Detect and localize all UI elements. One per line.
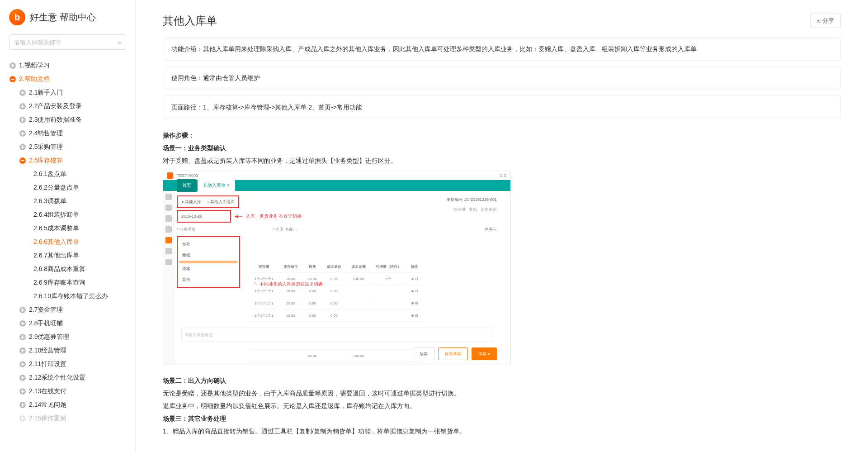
ss-tab-current: 其他入库单 ×	[198, 179, 235, 192]
nav-item-2-9[interactable]: 2.9优惠券管理	[9, 330, 126, 344]
nav-item-2-6-3[interactable]: 2.6.3调拨单	[9, 195, 126, 208]
nav-item-2-11[interactable]: 2.11打印设置	[9, 357, 126, 371]
nav-label: 1.视频学习	[19, 62, 50, 70]
ss-account: TEST-H002	[177, 171, 198, 180]
ss-body: ● 其他入库 ○ 其他入库退库 2019-12-26 ◀━━ 入库、退货业务 在…	[163, 191, 510, 365]
scene2-title: 场景二：出入方向确认	[163, 377, 226, 384]
ss-dd-item: 受赠	[179, 250, 237, 261]
nav-item-2-6-6[interactable]: 2.6.6其他入库单	[9, 235, 126, 249]
table-row: 现存量 库存单位 数量 成本单价 成本金额 可用量（结存） 操作	[250, 262, 423, 273]
ss-arrow-icon: ◀━━	[235, 212, 242, 220]
main-content: 其他入库单 ⎋分享 功能介绍：其他入库单用来处理除采购入库、产成品入库之外的其他…	[136, 0, 868, 452]
ss-warehouse-label: 仓库	[275, 227, 283, 232]
scene2-text1: 无论是受赠，还是其他类型的业务，由于入库商品质量等原因，需要退回，这时可通过单据…	[163, 387, 841, 400]
ss-rail-icon	[165, 259, 172, 265]
nav-item-2-13[interactable]: 2.13在线支付	[9, 385, 126, 398]
ss-bizperson-label: 经手人	[485, 227, 497, 232]
nav-label: 2.6.7其他出库单	[33, 252, 79, 260]
nav-item-2-4[interactable]: 2.4销售管理	[9, 127, 126, 140]
ss-rail-icon	[165, 205, 172, 211]
sidebar: b 好生意 帮助中心 ⌕ 1.视频学习 2.帮助文档 2.1新手入门 2.2产品…	[0, 0, 136, 452]
nav-label: 2.6库存核算	[29, 157, 63, 165]
nav-item-2-1[interactable]: 2.1新手入门	[9, 86, 126, 100]
nav-label: 2.6.9库存账本查询	[33, 279, 85, 287]
ss-rail-icon	[165, 215, 172, 222]
share-icon: ⎋	[817, 18, 821, 24]
nav-label: 2.6.1盘点单	[33, 170, 66, 178]
search-input[interactable]	[9, 34, 126, 50]
ss-tab-home: 首页	[177, 179, 197, 192]
ss-dd-item: 其他	[179, 274, 237, 285]
search-icon[interactable]: ⌕	[118, 38, 122, 45]
nav-label: 2.6.4组装拆卸单	[33, 211, 79, 219]
nav-item-2-6-2[interactable]: 2.6.2分量盘点单	[9, 181, 126, 195]
scene2-text2: 退库业务中，明细数量均以负值红色展示。无论是入库还是退库，库存账均记在入库方向。	[163, 400, 841, 412]
nav-label: 2.6.6其他入库单	[33, 238, 79, 246]
ss-tool-3: 历史单据	[481, 207, 497, 212]
nav-item-video[interactable]: 1.视频学习	[9, 59, 126, 72]
nav-item-2-7[interactable]: 2.7资金管理	[9, 303, 126, 317]
nav-item-docs[interactable]: 2.帮助文档	[9, 72, 126, 86]
nav-item-2-6-1[interactable]: 2.6.1盘点单	[9, 167, 126, 181]
path-text: 1、库存核算->库存管理->其他入库单 2、首页->常用功能	[203, 104, 362, 111]
nav-item-2-6-8[interactable]: 2.6.8商品成本重算	[9, 262, 126, 276]
ss-docno-label: 单据编号	[447, 197, 463, 202]
search-wrap: ⌕	[9, 34, 126, 50]
content-body: 操作步骤： 场景一：业务类型确认 对于受赠、盘盈或是拆装入库等不同的业务，是通过…	[163, 124, 841, 442]
nav-label: 2.帮助文档	[19, 75, 50, 83]
nav-item-2-6-7[interactable]: 2.6.7其他出库单	[9, 249, 126, 262]
ss-rail-icon	[165, 226, 172, 233]
nav-item-2-10[interactable]: 2.10经营管理	[9, 344, 126, 357]
ss-date: 2019-12-26	[177, 210, 231, 223]
nav-label: 2.9优惠券管理	[29, 333, 69, 341]
nav-label: 2.6.10库存账本错了怎么办	[33, 292, 108, 300]
ss-biztype-label: 业务类型	[179, 227, 196, 232]
ss-radio-group: ● 其他入库 ○ 其他入库退库	[177, 195, 239, 208]
nav-item-2-6-9[interactable]: 2.6.9库存账本查询	[9, 276, 126, 290]
ss-header: TEST-H002 C C	[163, 171, 510, 180]
ss-dd-item: 成本	[179, 263, 237, 274]
nav-label: 2.6.2分量盘点单	[33, 184, 79, 192]
nav-item-2-6-5[interactable]: 2.6.5成本调整单	[9, 222, 126, 235]
ss-tool-2: 复制	[469, 207, 477, 212]
ss-user: C C	[500, 171, 507, 180]
scene3-text: 1、赠品入库的商品直接转为销售。通过工具栏【复制/复制为销货单】功能，将单据信息…	[163, 425, 841, 438]
nav-item-2-5[interactable]: 2.5采购管理	[9, 140, 126, 154]
nav-item-2-15[interactable]: 2.15操作案例	[9, 412, 126, 425]
ss-tool-1: 快捷键	[453, 207, 466, 212]
nav-item-2-6-4[interactable]: 2.6.4组装拆卸单	[9, 208, 126, 222]
intro-label: 功能介绍：	[171, 45, 203, 52]
table-total-row: 40.00100.00	[250, 351, 423, 362]
th: 现存量	[250, 262, 278, 273]
role-label: 使用角色：	[171, 74, 203, 81]
nav-label: 2.5采购管理	[29, 143, 63, 151]
nav-label: 2.11打印设置	[29, 360, 66, 368]
ss-docno: JC-20191226-001	[464, 197, 497, 202]
nav-item-2-6[interactable]: 2.6库存核算	[9, 154, 126, 167]
nav-item-2-6-10[interactable]: 2.6.10库存账本错了怎么办	[9, 290, 126, 303]
th: 数量	[303, 262, 321, 273]
page-title: 其他入库单	[163, 14, 217, 28]
ss-anno1: 入库、退货业务 在这里切换	[246, 212, 302, 221]
nav-item-2-14[interactable]: 2.14常见问题	[9, 398, 126, 412]
nav-item-2-2[interactable]: 2.2产品安装及登录	[9, 100, 126, 113]
role-text: 通常由仓管人员维护	[203, 74, 260, 81]
path-box: 页面路径：1、库存核算->库存管理->其他入库单 2、首页->常用功能	[163, 95, 841, 119]
ss-radio-return: ○ 其他入库退库	[207, 198, 235, 206]
ss-btn-draft: 保存草稿	[438, 347, 468, 360]
nav-label: 2.4销售管理	[29, 129, 63, 138]
nav-item-2-8[interactable]: 2.8手机旺铺	[9, 317, 126, 330]
ss-dd-item: 盘盈	[179, 239, 237, 250]
ss-logo-icon	[167, 172, 173, 179]
nav-item-2-3[interactable]: 2.3使用前数据准备	[9, 113, 126, 127]
ss-left-rail	[163, 191, 174, 365]
ss-rail-icon	[165, 194, 172, 200]
share-button[interactable]: ⎋分享	[810, 14, 841, 28]
table-row: 1个1个1个110.000.000.00⊕ ⊟	[250, 298, 423, 309]
th: 可用量（结存）	[371, 262, 406, 273]
role-box: 使用角色：通常由仓管人员维护	[163, 66, 841, 90]
title-row: 其他入库单 ⎋分享	[163, 14, 841, 28]
ss-rail-icon	[165, 237, 172, 243]
nav-item-2-12[interactable]: 2.12系统个性化设置	[9, 371, 126, 385]
site-title: 好生意 帮助中心	[30, 11, 96, 24]
